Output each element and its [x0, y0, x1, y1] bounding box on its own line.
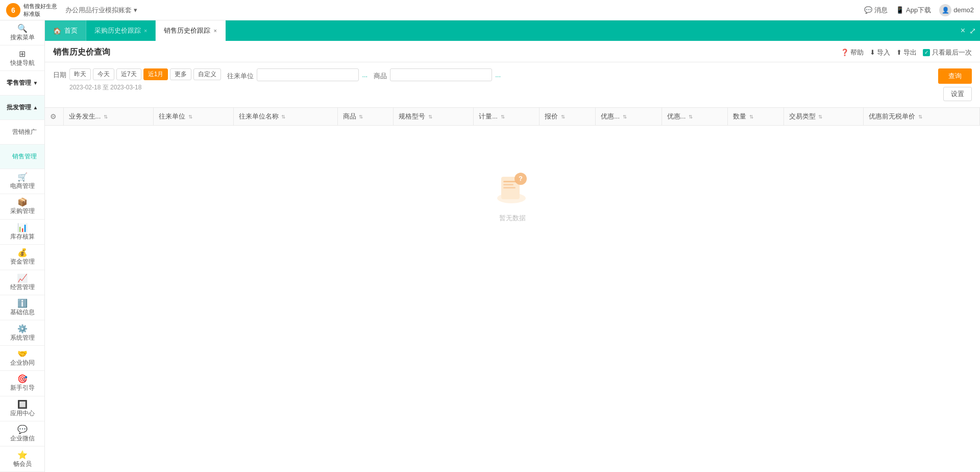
sidebar: 🔍 搜索菜单 ⊞ 快捷导航 零售管理 ▼ 批发管理 ▲ 营销推广 销售管理 🛒 …: [0, 20, 45, 472]
ecommerce-icon: 🛒: [17, 172, 28, 182]
breadcrumb: 办公用品行业模拟账套 ▾: [65, 6, 137, 15]
sidebar-item-marketing[interactable]: 营销推广: [0, 120, 44, 145]
tab-purchase-history[interactable]: 采购历史价跟踪 ×: [86, 20, 156, 41]
sidebar-item-quick-nav[interactable]: ⊞ 快捷导航: [0, 45, 44, 70]
sidebar-item-retail-mgmt[interactable]: 零售管理 ▼: [0, 71, 44, 96]
sidebar-item-system-mgmt[interactable]: ⚙️ 系统管理: [0, 320, 44, 345]
page-header: 销售历史价查询 ❓ 帮助 ⬇ 导入 ⬆ 导出: [45, 41, 980, 62]
date-btn-today[interactable]: 今天: [93, 68, 114, 80]
export-icon: ⬆: [896, 49, 902, 56]
avatar: 👤: [939, 4, 951, 16]
gear-icon[interactable]: ⚙: [50, 112, 57, 121]
import-button[interactable]: ⬇ 导入: [870, 48, 890, 57]
logo-area: 6 销售搜好生意 标准版: [6, 3, 57, 17]
member-icon: ⭐: [17, 450, 28, 460]
partner-input[interactable]: [257, 68, 359, 81]
sidebar-item-ecommerce-mgmt[interactable]: 🛒 电商管理: [0, 169, 44, 194]
app-download-button[interactable]: 📱 App下载: [896, 6, 931, 15]
basic-info-icon: ℹ️: [17, 298, 28, 308]
col-unit[interactable]: 计量... ⇅: [474, 108, 540, 126]
date-btn-1month[interactable]: 近1月: [143, 68, 168, 80]
date-options-row: 昨天 今天 近7天 近1月 更多 自定义: [69, 68, 221, 80]
sidebar-item-enterprise-coop[interactable]: 🤝 企业协同: [0, 346, 44, 371]
operations-icon: 📈: [17, 273, 28, 283]
sidebar-item-basic-info[interactable]: ℹ️ 基础信息: [0, 295, 44, 320]
sort-arrows-discount2: ⇅: [689, 114, 693, 120]
sort-arrows-quote: ⇅: [561, 114, 565, 120]
empty-text: 暂无数据: [499, 214, 526, 223]
help-icon: ❓: [841, 49, 849, 56]
col-partner-name[interactable]: 往来单位名称 ⇅: [233, 108, 337, 126]
table-header-row: ⚙ 业务发生... ⇅ 往来单位 ⇅: [45, 108, 980, 126]
col-biz-date[interactable]: 业务发生... ⇅: [63, 108, 153, 126]
col-spec[interactable]: 规格型号 ⇅: [394, 108, 474, 126]
col-discount1[interactable]: 优惠... ⇅: [596, 108, 662, 126]
coop-icon: 🤝: [17, 349, 28, 359]
col-discount2[interactable]: 优惠... ⇅: [662, 108, 727, 126]
col-partner-code[interactable]: 往来单位 ⇅: [153, 108, 233, 126]
sidebar-item-search-menu[interactable]: 🔍 搜索菜单: [0, 20, 44, 45]
date-range-display: 2023-02-18 至 2023-03-18: [69, 83, 221, 92]
fullscreen-icon[interactable]: ⤢: [969, 26, 976, 36]
date-btn-yesterday[interactable]: 昨天: [69, 68, 91, 80]
date-btn-custom[interactable]: 自定义: [193, 68, 221, 80]
page-content: 销售历史价查询 ❓ 帮助 ⬇ 导入 ⬆ 导出: [45, 41, 980, 472]
filter-settings-button[interactable]: 设置: [943, 87, 972, 101]
message-button[interactable]: 💬 消息: [864, 6, 888, 15]
app-icon: 🔲: [17, 399, 28, 409]
grid-icon: ⊞: [19, 49, 26, 59]
sidebar-item-new-user-guide[interactable]: 🎯 新手引导: [0, 371, 44, 396]
system-icon: ⚙️: [17, 324, 28, 334]
sort-arrows-biz-date: ⇅: [104, 114, 108, 120]
col-trade-type[interactable]: 交易类型 ⇅: [783, 108, 864, 126]
date-btn-more[interactable]: 更多: [170, 68, 191, 80]
sidebar-item-inventory[interactable]: 📊 库存核算: [0, 220, 44, 245]
svg-rect-4: [503, 187, 516, 188]
sort-arrows-trade-type: ⇅: [818, 114, 822, 120]
tab-sales-history[interactable]: 销售历史价跟踪 ×: [156, 20, 225, 41]
col-product[interactable]: 商品 ⇅: [337, 108, 394, 126]
close-sales-tab-icon[interactable]: ×: [213, 28, 216, 34]
product-dots[interactable]: ...: [495, 71, 501, 79]
export-button[interactable]: ⬆ 导出: [896, 48, 917, 57]
breadcrumb-arrow: ▾: [134, 6, 137, 14]
only-last-checkbox[interactable]: ✓ 只看最后一次: [923, 48, 972, 57]
col-settings[interactable]: ⚙: [45, 108, 63, 126]
sort-arrows-partner-name: ⇅: [281, 114, 285, 120]
product-input[interactable]: [390, 68, 492, 81]
filter-area: 日期 昨天 今天 近7天 近1月 更多 自定义 2023-02-18 至 202…: [45, 62, 980, 108]
sidebar-item-sales-mgmt[interactable]: 销售管理: [0, 145, 44, 169]
product-filter-label: 商品: [374, 69, 387, 81]
sort-arrows-spec: ⇅: [428, 114, 432, 120]
col-quote[interactable]: 报价 ⇅: [540, 108, 596, 126]
logo-icon: 6: [6, 3, 20, 17]
close-purchase-tab-icon[interactable]: ×: [144, 28, 147, 34]
phone-icon: 📱: [896, 6, 904, 14]
sidebar-item-operations-mgmt[interactable]: 📈 经营管理: [0, 270, 44, 295]
help-button[interactable]: ❓ 帮助: [841, 48, 864, 57]
sort-arrows-partner-code: ⇅: [188, 114, 192, 120]
tab-bar-controls: × ⤢: [961, 26, 980, 36]
tab-home[interactable]: 🏠 首页: [45, 20, 86, 41]
user-menu[interactable]: 👤 demo2: [939, 4, 974, 16]
date-filter-group: 日期 昨天 今天 近7天 近1月 更多 自定义 2023-02-18 至 202…: [53, 68, 221, 92]
partner-dots[interactable]: ...: [362, 71, 368, 79]
sidebar-item-purchase-mgmt[interactable]: 📦 采购管理: [0, 194, 44, 219]
col-qty[interactable]: 数量 ⇅: [727, 108, 783, 126]
guide-icon: 🎯: [17, 374, 28, 384]
sort-arrows-product: ⇅: [359, 114, 363, 120]
empty-icon: ?: [492, 167, 533, 207]
close-all-tabs-icon[interactable]: ×: [961, 26, 965, 35]
sort-arrows-pre-tax-price: ⇅: [918, 114, 922, 120]
col-pre-tax-price[interactable]: 优惠前无税单价 ⇅: [864, 108, 980, 126]
date-btn-7days[interactable]: 近7天: [116, 68, 141, 80]
table-area: ⚙ 业务发生... ⇅ 往来单位 ⇅: [45, 108, 980, 472]
sidebar-item-wholesale-mgmt[interactable]: 批发管理 ▲: [0, 96, 44, 120]
sidebar-item-capital-mgmt[interactable]: 💰 资金管理: [0, 245, 44, 270]
search-icon: 🔍: [17, 23, 28, 33]
sidebar-item-member[interactable]: ⭐ 畅会员: [0, 446, 44, 471]
svg-rect-3: [503, 184, 513, 185]
sidebar-item-app-center[interactable]: 🔲 应用中心: [0, 396, 44, 421]
sidebar-item-enterprise-wechat[interactable]: 💬 企业微信: [0, 421, 44, 446]
query-button[interactable]: 查询: [938, 68, 972, 84]
